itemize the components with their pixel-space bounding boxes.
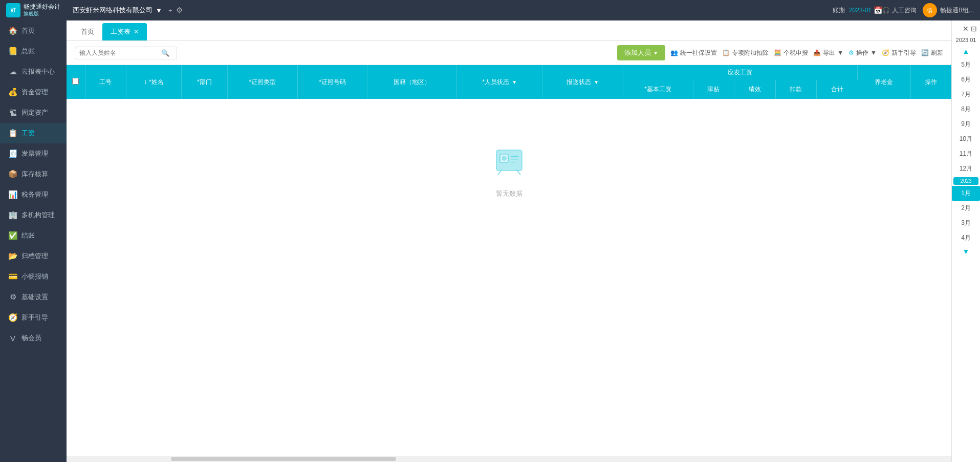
operations-btn[interactable]: ⚙ 操作 ▼	[848, 49, 877, 57]
search-input[interactable]	[79, 49, 161, 56]
multi-org-icon: 🏢	[8, 211, 17, 220]
th-id: 工号	[85, 65, 126, 99]
guide-icon: 🧭	[8, 313, 17, 322]
refresh-icon: 🔄	[921, 49, 929, 56]
ledger-icon: 📒	[8, 47, 17, 56]
sidebar-label-ledger: 总账	[21, 47, 35, 56]
month-8-2022[interactable]: 8月	[952, 102, 980, 117]
month-11-2022[interactable]: 11月	[952, 146, 980, 161]
sidebar-item-guide[interactable]: 🧭 新手引导	[0, 307, 67, 328]
invoice-icon: 🧾	[8, 149, 17, 158]
add-company-btn[interactable]: +	[168, 7, 172, 14]
panel-expand-btn[interactable]: ⊡	[971, 25, 977, 33]
settle-icon: ✅	[8, 231, 17, 240]
sidebar-item-fixed-asset[interactable]: 🏗 固定资产	[0, 102, 67, 123]
settings-icon[interactable]: ⚙	[176, 6, 183, 15]
month-5-2022[interactable]: 5月	[952, 57, 980, 72]
calendar-icon[interactable]: 📅	[874, 6, 882, 14]
panel-close-btn[interactable]: ✕	[963, 25, 969, 33]
tab-payroll[interactable]: 工资表 ✕	[102, 23, 147, 40]
sidebar-label-expense: 小畅报销	[21, 272, 48, 281]
tab-home[interactable]: 首页	[73, 23, 102, 40]
month-2-2023[interactable]: 2月	[952, 201, 980, 216]
sidebar-item-expense[interactable]: 💳 小畅报销	[0, 266, 67, 287]
sidebar: 🏠 首页 📒 总账 ☁ 云报表中心 💰 资金管理 🏗 固定资产 📋 工资 🧾 发…	[0, 20, 67, 462]
th-allowance: 津贴	[693, 80, 734, 99]
month-9-2022[interactable]: 9月	[952, 117, 980, 132]
panel-down-arrow[interactable]: ▼	[961, 245, 972, 258]
month-3-2023[interactable]: 3月	[952, 216, 980, 230]
sidebar-item-member[interactable]: V 畅会员	[0, 328, 67, 348]
sidebar-item-ledger[interactable]: 📒 总账	[0, 41, 67, 61]
empty-state: 暂无数据	[67, 99, 951, 239]
person-status-filter-icon[interactable]: ▼	[512, 79, 517, 85]
toolbar: 🔍 添加人员 ▼ 👥 统一社保设置 📋 专项附加扣除 🧮 个税申报	[67, 41, 951, 65]
tab-close-icon[interactable]: ✕	[134, 28, 139, 35]
payroll-table: 工号 ↕ *姓名 *部门 *证照类型 *证照号码 国籍（地区） *人员状态 ▼ …	[67, 65, 951, 99]
table-container: 工号 ↕ *姓名 *部门 *证照类型 *证照号码 国籍（地区） *人员状态 ▼ …	[67, 65, 951, 456]
fixed-asset-icon: 🏗	[8, 109, 17, 117]
month-12-2022[interactable]: 12月	[952, 161, 980, 176]
social-security-btn[interactable]: 👥 统一社保设置	[670, 49, 717, 57]
user-info[interactable]: 畅 畅捷通B组...	[923, 3, 974, 17]
sidebar-item-multi-org[interactable]: 🏢 多机构管理	[0, 205, 67, 225]
scroll-bar-area[interactable]	[67, 456, 951, 462]
scroll-thumb[interactable]	[171, 457, 396, 461]
th-name: ↕ *姓名	[126, 65, 182, 99]
guide-label: 新手引导	[891, 49, 916, 57]
user-name: 畅捷通B组...	[940, 6, 974, 15]
th-pension: 养老金	[857, 65, 910, 99]
search-icon: 🔍	[161, 49, 169, 57]
company-selector[interactable]: 西安虾米网络科技有限公司 ▼	[73, 6, 162, 15]
empty-text: 暂无数据	[496, 189, 522, 198]
sidebar-label-settle: 结账	[21, 231, 35, 240]
home-icon: 🏠	[8, 26, 17, 35]
search-wrap[interactable]: 🔍	[75, 47, 177, 59]
sidebar-label-archive: 归档管理	[21, 251, 48, 261]
month-7-2022[interactable]: 7月	[952, 87, 980, 102]
th-group-salary: 应发工资	[623, 65, 857, 80]
guide-btn[interactable]: 🧭 新手引导	[882, 49, 916, 57]
sidebar-label-guide: 新手引导	[21, 313, 48, 322]
add-dropdown-arrow: ▼	[653, 50, 658, 56]
social-security-label: 统一社保设置	[680, 49, 717, 57]
sidebar-item-cloud-report[interactable]: ☁ 云报表中心	[0, 61, 67, 82]
app-edition: 旗舰版	[24, 10, 60, 17]
th-report-status: 报送状态 ▼	[542, 65, 623, 99]
sidebar-item-base-settings[interactable]: ⚙ 基础设置	[0, 287, 67, 307]
fund-icon: 💰	[8, 88, 17, 97]
month-10-2022[interactable]: 10月	[952, 132, 980, 146]
panel-up-arrow[interactable]: ▲	[961, 45, 972, 57]
archive-icon: 📂	[8, 251, 17, 261]
sidebar-item-payroll[interactable]: 📋 工资	[0, 123, 67, 143]
select-all-checkbox[interactable]	[72, 78, 79, 85]
export-btn[interactable]: 📤 导出 ▼	[813, 49, 843, 57]
personal-tax-btn[interactable]: 🧮 个税申报	[774, 49, 808, 57]
panel-controls: ✕ ⊡	[952, 23, 980, 35]
sidebar-item-tax[interactable]: 📊 税务管理	[0, 184, 67, 205]
sidebar-item-archive[interactable]: 📂 归档管理	[0, 246, 67, 266]
sidebar-item-home[interactable]: 🏠 首页	[0, 20, 67, 41]
special-deduction-btn[interactable]: 📋 专项附加扣除	[722, 49, 769, 57]
year-2023-badge: 2023	[953, 177, 979, 185]
refresh-btn[interactable]: 🔄 刷新	[921, 49, 943, 57]
month-6-2022[interactable]: 6月	[952, 72, 980, 87]
sidebar-item-settle[interactable]: ✅ 结账	[0, 225, 67, 246]
dropdown-icon: ▼	[156, 7, 162, 14]
sidebar-item-invoice[interactable]: 🧾 发票管理	[0, 143, 67, 164]
report-status-filter-icon[interactable]: ▼	[594, 79, 599, 85]
month-4-2023[interactable]: 4月	[952, 230, 980, 245]
month-1-2023[interactable]: 1月	[952, 186, 980, 201]
empty-illustration	[489, 140, 530, 181]
th-checkbox[interactable]	[67, 65, 85, 99]
th-total: 合计	[817, 80, 858, 99]
user-service-btn[interactable]: 🎧 人工咨询	[882, 6, 917, 15]
tab-bar: 首页 工资表 ✕	[67, 20, 951, 41]
export-arrow: ▼	[837, 49, 843, 56]
social-security-icon: 👥	[670, 49, 678, 56]
sidebar-item-fund[interactable]: 💰 资金管理	[0, 82, 67, 102]
sidebar-item-inventory[interactable]: 📦 库存核算	[0, 164, 67, 184]
add-person-button[interactable]: 添加人员 ▼	[617, 45, 665, 60]
sidebar-label-home: 首页	[21, 26, 35, 35]
guide-tool-icon: 🧭	[882, 49, 889, 56]
